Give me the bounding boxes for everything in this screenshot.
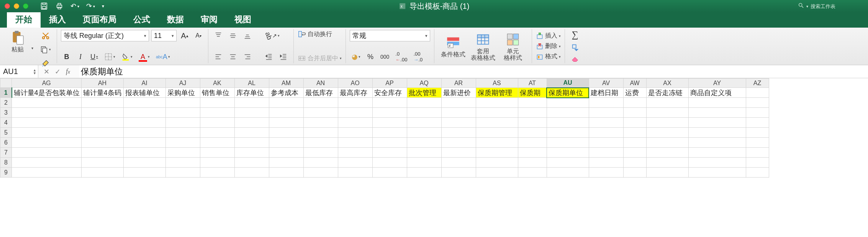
- cell[interactable]: [269, 168, 303, 178]
- cell[interactable]: [372, 168, 407, 178]
- column-header[interactable]: AJ: [165, 79, 200, 88]
- cell[interactable]: [476, 118, 518, 128]
- select-all-corner[interactable]: [0, 79, 12, 88]
- cell[interactable]: [123, 108, 165, 118]
- cell[interactable]: [81, 148, 123, 158]
- row-header[interactable]: 1: [0, 88, 12, 98]
- cell[interactable]: [234, 138, 269, 148]
- cell[interactable]: [165, 168, 200, 178]
- cell[interactable]: [200, 158, 234, 168]
- cell[interactable]: [81, 158, 123, 168]
- align-middle-button[interactable]: [227, 30, 239, 41]
- cell[interactable]: [688, 138, 746, 148]
- cell[interactable]: [623, 158, 646, 168]
- cell[interactable]: [688, 168, 746, 178]
- cell[interactable]: [12, 128, 82, 138]
- tab-layout[interactable]: 页面布局: [74, 11, 125, 28]
- cell[interactable]: [518, 148, 547, 158]
- cell[interactable]: [623, 148, 646, 158]
- number-format-combo[interactable]: 常规▾: [350, 30, 430, 41]
- tab-formulas[interactable]: 公式: [125, 11, 159, 28]
- row-header[interactable]: 3: [0, 108, 12, 118]
- cell[interactable]: [372, 118, 407, 128]
- cell[interactable]: [746, 168, 769, 178]
- cell[interactable]: [12, 118, 82, 128]
- cell[interactable]: [623, 108, 646, 118]
- italic-button[interactable]: I: [75, 51, 86, 63]
- close-window-button[interactable]: [5, 3, 10, 9]
- currency-button[interactable]: ◕▾: [350, 51, 362, 63]
- cell[interactable]: 批次管理: [407, 88, 441, 98]
- spreadsheet-grid[interactable]: AGAHAIAJAKALAMANAOAPAQARASATAUAVAWAXAYAZ…: [0, 78, 868, 237]
- increase-font-button[interactable]: A▴: [179, 30, 190, 41]
- fill-button[interactable]: [569, 43, 581, 52]
- column-header[interactable]: AS: [476, 79, 518, 88]
- cell[interactable]: 最低库存: [303, 88, 338, 98]
- wrap-text-button[interactable]: 自动换行: [298, 30, 342, 38]
- merge-center-button[interactable]: 合并后居中 ▾: [298, 54, 342, 63]
- cell[interactable]: [441, 128, 476, 138]
- clear-button[interactable]: [569, 54, 581, 63]
- cell[interactable]: [269, 138, 303, 148]
- percent-button[interactable]: %: [365, 51, 376, 63]
- cell[interactable]: [407, 118, 441, 128]
- insert-cells-button[interactable]: 插入▾: [536, 32, 561, 40]
- increase-indent-button[interactable]: [277, 51, 290, 63]
- column-header[interactable]: AU: [547, 79, 589, 88]
- cell[interactable]: 保质期: [518, 88, 547, 98]
- bold-button[interactable]: B: [61, 51, 72, 63]
- cell[interactable]: [589, 128, 623, 138]
- cell[interactable]: [476, 98, 518, 108]
- formula-input[interactable]: [79, 65, 868, 78]
- column-header[interactable]: AG: [12, 79, 82, 88]
- cell[interactable]: [165, 148, 200, 158]
- cell[interactable]: [303, 168, 338, 178]
- cell[interactable]: [303, 148, 338, 158]
- cell[interactable]: [12, 158, 82, 168]
- format-cells-button[interactable]: 格式▾: [536, 53, 561, 61]
- cell[interactable]: [688, 98, 746, 108]
- cell[interactable]: [589, 168, 623, 178]
- column-header[interactable]: AK: [200, 79, 234, 88]
- cell[interactable]: [200, 118, 234, 128]
- undo-button[interactable]: ↶ ▾: [70, 2, 79, 10]
- cell[interactable]: [81, 118, 123, 128]
- cell[interactable]: [688, 148, 746, 158]
- increase-decimal-button[interactable]: .0←.00: [393, 51, 409, 63]
- cell[interactable]: [165, 138, 200, 148]
- cell[interactable]: [623, 98, 646, 108]
- row-header[interactable]: 6: [0, 138, 12, 148]
- cell[interactable]: [372, 158, 407, 168]
- comma-style-button[interactable]: 000: [378, 51, 391, 63]
- cell[interactable]: [372, 128, 407, 138]
- row-header[interactable]: 4: [0, 118, 12, 128]
- font-size-combo[interactable]: 11▾: [151, 30, 177, 41]
- cell[interactable]: [81, 98, 123, 108]
- cell[interactable]: 最高库存: [338, 88, 372, 98]
- cell[interactable]: 采购单位: [165, 88, 200, 98]
- cell[interactable]: [476, 128, 518, 138]
- cell[interactable]: [165, 128, 200, 138]
- cell[interactable]: [407, 108, 441, 118]
- cell[interactable]: [518, 118, 547, 128]
- cell[interactable]: [81, 138, 123, 148]
- cell[interactable]: [688, 128, 746, 138]
- cell[interactable]: [589, 98, 623, 108]
- cell[interactable]: 保质期单位: [547, 88, 589, 98]
- cell[interactable]: [646, 118, 688, 128]
- cell[interactable]: [200, 98, 234, 108]
- cell[interactable]: [589, 158, 623, 168]
- cell[interactable]: [746, 138, 769, 148]
- cell[interactable]: [476, 148, 518, 158]
- align-left-button[interactable]: [212, 51, 224, 63]
- cell[interactable]: [646, 98, 688, 108]
- cell[interactable]: [123, 98, 165, 108]
- cell[interactable]: [338, 168, 372, 178]
- cell[interactable]: [303, 158, 338, 168]
- cell[interactable]: [646, 168, 688, 178]
- cell[interactable]: [123, 168, 165, 178]
- tab-data[interactable]: 数据: [159, 11, 192, 28]
- cell[interactable]: [234, 118, 269, 128]
- cell[interactable]: 库存单位: [234, 88, 269, 98]
- cell[interactable]: [12, 98, 82, 108]
